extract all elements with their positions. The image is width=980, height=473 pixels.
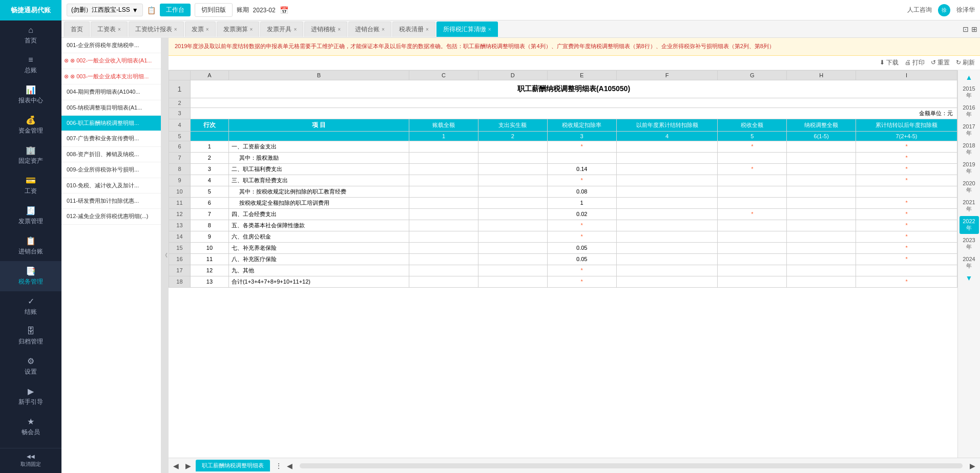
calendar-icon[interactable]: 📅: [280, 6, 288, 14]
sidebar-item-label: 畅会员: [22, 428, 40, 437]
tab-invoice-open[interactable]: 发票开具 ×: [260, 22, 303, 37]
sidebar-item-label: 首页: [25, 36, 37, 45]
list-item-001[interactable]: 001-企业所得税年度纳税申...: [61, 38, 161, 53]
tab-payroll-stats[interactable]: 工资统计报表 ×: [129, 22, 184, 37]
support-label[interactable]: 人工咨询: [907, 6, 932, 14]
sidebar-unpin-button[interactable]: ◀◀ 取消固定: [0, 448, 61, 473]
list-item-003[interactable]: ⊗ 003-一般企业成本支出明细...: [61, 69, 161, 84]
list-item-011[interactable]: 011-研发费用加计扣除优惠...: [61, 193, 161, 209]
panel-collapse-button[interactable]: 《: [161, 38, 169, 473]
purchase-sales-icon: 📋: [26, 236, 36, 246]
col-num-4: 4: [616, 131, 718, 141]
horizontal-scrollbar[interactable]: [300, 463, 963, 468]
reset-button[interactable]: ↺ 重置: [931, 58, 950, 67]
sidebar-item-home[interactable]: ⌂ 首页: [0, 20, 61, 50]
year-2023[interactable]: 2023年: [960, 235, 979, 253]
table-row: 7 2 其中：股权激励 *: [169, 152, 957, 163]
list-item-002[interactable]: ⊗ 002-一般企业收入明细表(A1...: [61, 53, 161, 69]
col-header-i: I: [856, 70, 957, 80]
sidebar-item-ledger[interactable]: ≡ 总账: [0, 50, 61, 80]
sheet-nav-prev[interactable]: ▶: [183, 461, 193, 471]
year-2021[interactable]: 2021年: [960, 197, 979, 215]
year-up-button[interactable]: ▲: [960, 72, 979, 82]
tab-payroll-close[interactable]: ×: [118, 27, 121, 32]
year-2024[interactable]: 2024年: [960, 254, 979, 272]
archive-icon: 🗄: [27, 327, 35, 336]
col-head-leiji: 累计结转以后年度扣除额: [856, 119, 957, 131]
sidebar-item-guide[interactable]: ▶ 新手引导: [0, 381, 61, 412]
payroll-icon: 💳: [26, 176, 36, 185]
tab-invoice-calc[interactable]: 发票测算 ×: [217, 22, 260, 37]
sidebar-item-payroll[interactable]: 💳 工资: [0, 170, 61, 201]
table-row: 6 1 一、工资薪金支出 * * *: [169, 141, 957, 152]
year-2020[interactable]: 2020年: [960, 178, 979, 196]
sheet-options-icon[interactable]: ⋮: [275, 462, 282, 470]
tab-purchase-ledger-close[interactable]: ×: [382, 27, 385, 32]
table-row: 14 9 六、住房公积金 * *: [169, 231, 957, 242]
sidebar-item-label: 固定资产: [18, 157, 43, 165]
list-item-005[interactable]: 005-纳税调整项目明细表(A1...: [61, 100, 161, 116]
list-item-008[interactable]: 008-资产折旧、摊销及纳税...: [61, 147, 161, 162]
tab-purchase-audit[interactable]: 进销稽核 ×: [304, 22, 347, 37]
sidebar-item-archive[interactable]: 🗄 归档管理: [0, 321, 61, 351]
tab-purchase-ledger[interactable]: 进销台账 ×: [348, 22, 391, 37]
sidebar-item-label: 新手引导: [18, 398, 43, 406]
year-2016[interactable]: 2016年: [960, 102, 979, 120]
tab-invoice-open-close[interactable]: ×: [294, 27, 297, 32]
refresh-button[interactable]: ↻ 刷新: [956, 58, 975, 67]
tab-payroll-stats-label: 工资统计报表: [135, 25, 172, 34]
tab-tax-book-label: 税表清册: [399, 25, 424, 34]
year-2022[interactable]: 2022年: [960, 216, 979, 234]
sidebar-item-reports[interactable]: 📊 报表中心: [0, 80, 61, 110]
tab-tax-book-close[interactable]: ×: [426, 27, 429, 32]
tab-payroll-stats-close[interactable]: ×: [174, 27, 177, 32]
sheet-tab[interactable]: 职工薪酬纳税调整明细表: [196, 460, 270, 471]
download-button[interactable]: ⬇ 下载: [880, 58, 899, 67]
copy-icon[interactable]: 📋: [147, 6, 156, 14]
tab-invoice-calc-close[interactable]: ×: [250, 27, 253, 32]
year-2015[interactable]: 2015年: [960, 83, 979, 101]
refresh-icon: ↻: [956, 59, 961, 66]
list-item-004[interactable]: 004-期间费用明细表(A1040...: [61, 84, 161, 100]
year-down-button[interactable]: ▼: [960, 273, 979, 283]
list-item-012[interactable]: 012-减免企业所得税优惠明细(...): [61, 209, 161, 224]
company-selector[interactable]: (勿删）江西股宝-LSS ▼: [67, 4, 143, 16]
sidebar-item-assets[interactable]: 🏢 固定资产: [0, 140, 61, 170]
tab-purchase-audit-close[interactable]: ×: [338, 27, 341, 32]
sidebar-item-funds[interactable]: 💰 资金管理: [0, 110, 61, 140]
sheet-scroll-left[interactable]: ◀: [285, 461, 295, 471]
tab-income-tax[interactable]: 所得税汇算清缴 ×: [436, 22, 498, 37]
year-2017[interactable]: 2017年: [960, 121, 979, 139]
sheet-scroll-right[interactable]: ▶: [968, 461, 977, 471]
tab-tax-book[interactable]: 税表清册 ×: [392, 22, 435, 37]
sidebar-item-settings[interactable]: ⚙ 设置: [0, 351, 61, 381]
sidebar-item-purchase-sales[interactable]: 📋 进销台账: [0, 231, 61, 261]
year-2019[interactable]: 2019年: [960, 159, 979, 177]
tab-invoice-close[interactable]: ×: [206, 27, 209, 32]
print-button[interactable]: 🖨 打印: [905, 58, 925, 67]
table-title: 职工薪酬纳税调整明细表(A105050): [190, 80, 957, 98]
list-item-007[interactable]: 007-广告费和业务宣传费明...: [61, 131, 161, 146]
col-head-shoushou-quan: 税收全额: [718, 119, 787, 131]
tab-restore-icon[interactable]: ⊡: [963, 25, 969, 33]
sidebar-item-invoice[interactable]: 🧾 发票管理: [0, 201, 61, 231]
tab-maximize-icon[interactable]: ⊞: [971, 25, 977, 33]
list-item-009[interactable]: 009-企业所得税弥补亏损明...: [61, 162, 161, 178]
sheet-nav-first[interactable]: ◀: [171, 461, 181, 471]
switch-old-button[interactable]: 切到旧版: [195, 3, 233, 17]
tab-income-tax-close[interactable]: ×: [488, 27, 491, 32]
tab-payroll[interactable]: 工资表 ×: [91, 22, 128, 37]
sidebar-item-close[interactable]: ✓ 结账: [0, 291, 61, 321]
table-row: 10 5 其中：按税收规定比例扣除的职工教育经费 0.08: [169, 186, 957, 197]
sidebar-item-tax[interactable]: 📑 税务管理: [0, 261, 61, 291]
warning-icon-003: ⊗: [70, 73, 76, 79]
period-value: 2023-02: [253, 7, 276, 14]
sidebar-item-vip[interactable]: ★ 畅会员: [0, 412, 61, 442]
workspace-button[interactable]: 工作台: [160, 4, 191, 16]
user-label[interactable]: 徐泽华: [956, 6, 975, 14]
tab-home[interactable]: 首页: [64, 22, 90, 37]
list-item-010[interactable]: 010-免税、减计收入及加计...: [61, 178, 161, 193]
tab-invoice[interactable]: 发票 ×: [185, 22, 216, 37]
list-item-006[interactable]: 006-职工薪酬纳税调整明细...: [61, 116, 161, 131]
year-2018[interactable]: 2018年: [960, 140, 979, 158]
